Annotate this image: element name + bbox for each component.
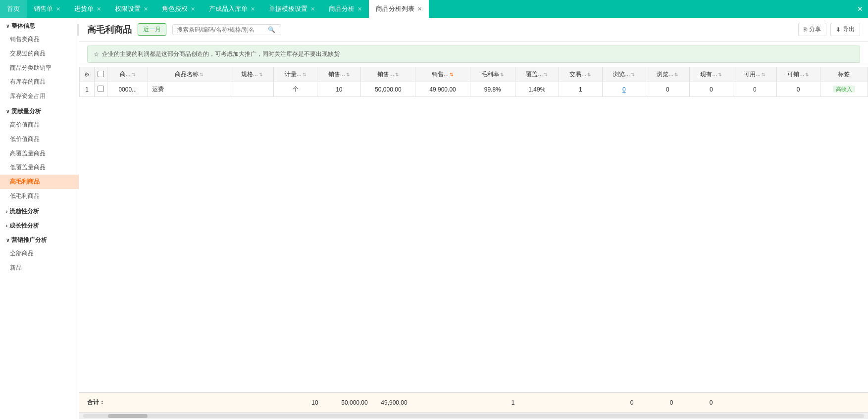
sidebar-item-traded-goods[interactable]: 交易过的商品 (0, 47, 79, 61)
bottom-scrollbar[interactable] (79, 412, 868, 419)
nav-permission-settings[interactable]: 权限设置 ✕ (108, 0, 155, 18)
nav-template-settings[interactable]: 单据模板设置 ✕ (262, 0, 322, 18)
sidebar-section-contribution[interactable]: ∨ 贡献量分析 (0, 103, 79, 118)
summary-sales-count: 10 (295, 399, 335, 406)
sidebar-item-in-stock[interactable]: 有库存的商品 (0, 75, 79, 89)
select-all-checkbox[interactable] (98, 71, 104, 77)
row-select-checkbox[interactable] (98, 86, 104, 92)
sidebar-item-new-goods[interactable]: 新品 (0, 261, 79, 275)
row-unit: 个 (274, 82, 317, 97)
nav-product-analysis-list[interactable]: 商品分析列表 ✕ (369, 0, 429, 18)
close-role-auth[interactable]: ✕ (191, 6, 195, 12)
row-spec (230, 82, 274, 97)
sidebar-section-marketing[interactable]: ∨ 营销推广分析 (0, 232, 79, 246)
col-stock-sellable[interactable]: 可销...⇅ (776, 67, 820, 82)
sidebar-item-high-coverage[interactable]: 高覆盖量商品 (0, 146, 79, 161)
data-table: ⚙ 商...⇅ 商品名称⇅ 规格...⇅ 计量...⇅ 销售...⇅ 销售...… (79, 67, 868, 97)
search-icon[interactable]: 🔍 (268, 26, 275, 33)
close-template-settings[interactable]: ✕ (310, 6, 315, 12)
share-button[interactable]: ⎘ 分享 (798, 23, 826, 36)
nav-sales-order[interactable]: 销售单 ✕ (27, 0, 67, 18)
close-purchase-order[interactable]: ✕ (97, 6, 101, 12)
col-checkbox (95, 67, 107, 82)
row-gross-margin: 99.8% (470, 82, 515, 97)
col-settings[interactable]: ⚙ (80, 67, 95, 82)
row-views1[interactable]: 0 (602, 82, 646, 97)
search-input[interactable] (177, 26, 266, 33)
chevron-right-icon-2: › (6, 223, 7, 229)
summary-stock-available: 0 (652, 399, 691, 406)
nav-purchase-order[interactable]: 进货单 ✕ (67, 0, 108, 18)
col-views2[interactable]: 浏览...⇅ (646, 67, 689, 82)
export-icon: ⬇ (836, 26, 841, 33)
content-header: 高毛利商品 近一月 🔍 ⎘ 分享 ⬇ 导出 (79, 18, 868, 42)
page-title: 高毛利商品 (87, 24, 132, 36)
row-coverage: 1.49% (515, 82, 559, 97)
close-product-analysis[interactable]: ✕ (357, 6, 362, 12)
table-container: ⚙ 商...⇅ 商品名称⇅ 规格...⇅ 计量...⇅ 销售...⇅ 销售...… (79, 67, 868, 392)
sidebar-item-all-goods[interactable]: 全部商品 (0, 246, 79, 261)
chevron-down-icon-3: ∨ (6, 237, 9, 243)
search-box: 🔍 (172, 24, 281, 35)
window-controls: ✕ (852, 0, 868, 18)
filter-recent-month[interactable]: 近一月 (138, 23, 166, 36)
sidebar-item-high-value[interactable]: 高价值商品 (0, 118, 79, 132)
info-text: 企业的主要的利润都是这部分商品创造的，可考虑加大推广，同时关注库存是不要出现缺货 (102, 50, 340, 58)
chevron-right-icon: › (6, 209, 7, 214)
sidebar-section-overall[interactable]: ∨ 整体信息 (0, 18, 79, 32)
summary-transactions: 1 (493, 399, 533, 406)
row-stock-available: 0 (733, 82, 776, 97)
close-sales-order[interactable]: ✕ (56, 6, 60, 12)
col-sales-amount[interactable]: 销售...⇅ (361, 67, 415, 82)
col-name[interactable]: 商品名称⇅ (148, 67, 230, 82)
sidebar-section-growth[interactable]: › 成长性分析 (0, 218, 79, 232)
summary-stock-sellable: 0 (691, 399, 731, 406)
col-unit[interactable]: 计量...⇅ (274, 67, 317, 82)
sidebar-item-low-coverage[interactable]: 低覆盖量商品 (0, 160, 79, 175)
main-layout: « ∨ 整体信息 销售类商品 交易过的商品 商品分类助销率 有库存的商品 库存资… (0, 18, 868, 419)
nav-product-analysis[interactable]: 商品分析 ✕ (322, 0, 369, 18)
export-button[interactable]: ⬇ 导出 (830, 23, 860, 36)
row-transactions: 1 (559, 82, 602, 97)
table-header-row: ⚙ 商...⇅ 商品名称⇅ 规格...⇅ 计量...⇅ 销售...⇅ 销售...… (80, 67, 868, 82)
row-stock-sellable: 0 (776, 82, 820, 97)
sidebar-item-low-margin[interactable]: 低毛利商品 (0, 189, 79, 203)
row-views2: 0 (646, 82, 689, 97)
col-sales-count[interactable]: 销售...⇅ (317, 67, 361, 82)
sidebar-item-sales-goods[interactable]: 销售类商品 (0, 32, 79, 47)
sidebar-toggle[interactable]: « (77, 24, 79, 36)
summary-sales-cost: 49,900.00 (374, 399, 414, 406)
summary-label: 合计： (87, 398, 137, 407)
info-banner: ☆ 企业的主要的利润都是这部分商品创造的，可考虑加大推广，同时关注库存是不要出现… (87, 46, 860, 63)
col-spec[interactable]: 规格...⇅ (230, 67, 274, 82)
col-coverage[interactable]: 覆盖...⇅ (515, 67, 559, 82)
nav-role-auth[interactable]: 角色授权 ✕ (155, 0, 202, 18)
window-close-icon[interactable]: ✕ (852, 5, 868, 13)
sidebar-section-flow[interactable]: › 流趋性分析 (0, 203, 79, 218)
sidebar-item-high-margin[interactable]: 高毛利商品 (0, 175, 79, 189)
close-product-inbound[interactable]: ✕ (251, 6, 255, 12)
sidebar-item-low-value[interactable]: 低价值商品 (0, 132, 79, 146)
row-tag: 高收入 (820, 82, 868, 97)
sidebar-item-stock-capital[interactable]: 库存资金占用 (0, 89, 79, 103)
col-stock-available[interactable]: 可用...⇅ (733, 67, 776, 82)
content-area: 高毛利商品 近一月 🔍 ⎘ 分享 ⬇ 导出 ☆ 企业的主要的利润都是这部分商品创… (79, 18, 868, 419)
nav-home[interactable]: 首页 (0, 0, 27, 18)
col-views1[interactable]: 浏览...⇅ (602, 67, 646, 82)
col-transactions[interactable]: 交易...⇅ (559, 67, 602, 82)
close-permission-settings[interactable]: ✕ (144, 6, 148, 12)
summary-sales-amount: 50,000.00 (335, 399, 374, 406)
row-stock-current: 0 (689, 82, 733, 97)
sidebar-item-category-rate[interactable]: 商品分类助销率 (0, 61, 79, 75)
scroll-track (83, 414, 864, 418)
nav-product-inbound[interactable]: 产成品入库单 ✕ (202, 0, 262, 18)
col-gross-margin[interactable]: 毛利率⇅ (470, 67, 515, 82)
col-code[interactable]: 商...⇅ (107, 67, 148, 82)
header-actions: ⎘ 分享 ⬇ 导出 (798, 23, 860, 36)
col-sales-cost[interactable]: 销售...⇅ (415, 67, 470, 82)
sidebar: « ∨ 整体信息 销售类商品 交易过的商品 商品分类助销率 有库存的商品 库存资… (0, 18, 79, 419)
row-name[interactable]: 运费 (148, 82, 230, 97)
scroll-thumb[interactable] (108, 414, 148, 418)
close-product-analysis-list[interactable]: ✕ (417, 6, 422, 12)
col-stock-current[interactable]: 现有...⇅ (689, 67, 733, 82)
